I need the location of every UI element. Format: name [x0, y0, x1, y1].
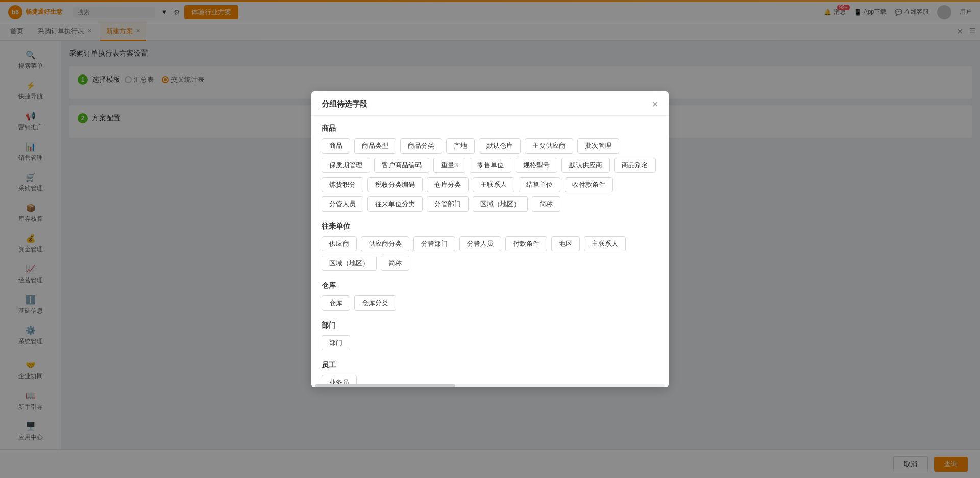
- modal-body: 商品 商品 商品类型 商品分类 产地 默认仓库 主要供应商 批次管理 保质期管理…: [311, 116, 669, 384]
- dept-group-title: 部门: [322, 321, 658, 330]
- field-tag-warehouse-cat[interactable]: 仓库分类: [354, 295, 396, 311]
- modal-overlay: 分组待选字段 ✕ 商品 商品 商品类型 商品分类 产地 默认仓库 主要供应商 批…: [0, 0, 980, 478]
- field-tag-main-contact[interactable]: 主联系人: [473, 177, 514, 192]
- field-tag-goods-alias[interactable]: 商品别名: [614, 158, 656, 173]
- field-tag-abbr-counterpart[interactable]: 简称: [381, 256, 409, 271]
- hscroll-thumb: [315, 384, 455, 387]
- goods-field-tags: 商品 商品类型 商品分类 产地 默认仓库 主要供应商 批次管理 保质期管理 客户…: [322, 138, 658, 212]
- dept-field-tags: 部门: [322, 335, 658, 350]
- field-tag-region[interactable]: 地区: [551, 236, 580, 251]
- field-tag-counterpart-category[interactable]: 往来单位分类: [368, 196, 423, 212]
- field-tag-settlement-unit[interactable]: 结算单位: [519, 177, 560, 192]
- field-tag-mgmt-person[interactable]: 分管人员: [322, 196, 363, 212]
- staff-group-title: 员工: [322, 361, 658, 370]
- field-tag-region-counterpart[interactable]: 区域（地区）: [322, 256, 377, 271]
- field-tag-batch-mgmt[interactable]: 批次管理: [577, 138, 619, 154]
- hscroll-track: [315, 384, 665, 387]
- counterpart-group-title: 往来单位: [322, 222, 658, 231]
- field-tag-supplier[interactable]: 供应商: [322, 236, 357, 251]
- field-tag-dept[interactable]: 部门: [322, 335, 350, 350]
- modal-close-button[interactable]: ✕: [652, 99, 658, 109]
- field-tag-region-goods[interactable]: 区域（地区）: [473, 196, 528, 212]
- field-tag-dept-goods[interactable]: 分管部门: [427, 196, 469, 212]
- modal-title: 分组待选字段: [322, 99, 368, 109]
- field-tag-warehouse-category[interactable]: 仓库分类: [427, 177, 469, 192]
- field-tag-default-warehouse[interactable]: 默认仓库: [479, 138, 521, 154]
- field-tag-warehouse[interactable]: 仓库: [322, 295, 350, 311]
- field-tag-expiry-mgmt[interactable]: 保质期管理: [322, 158, 370, 173]
- field-tag-goods[interactable]: 商品: [322, 138, 350, 154]
- field-tag-origin[interactable]: 产地: [446, 138, 475, 154]
- field-tag-weight3[interactable]: 重量3: [433, 158, 465, 173]
- field-tag-retail-unit[interactable]: 零售单位: [470, 158, 511, 173]
- field-group-dept: 部门 部门: [322, 321, 658, 350]
- field-tag-dept-counterpart[interactable]: 分管部门: [413, 236, 455, 251]
- field-tag-main-contact-counterpart[interactable]: 主联系人: [584, 236, 626, 251]
- field-tag-customer-code[interactable]: 客户商品编码: [374, 158, 429, 173]
- warehouse-field-tags: 仓库 仓库分类: [322, 295, 658, 311]
- field-tag-refine-points[interactable]: 炼货积分: [322, 177, 363, 192]
- staff-field-tags: 业务员: [322, 375, 658, 384]
- field-tag-spec-model[interactable]: 规格型号: [516, 158, 557, 173]
- field-group-staff: 员工 业务员: [322, 361, 658, 384]
- field-tag-goods-category[interactable]: 商品分类: [400, 138, 442, 154]
- field-tag-goods-type[interactable]: 商品类型: [354, 138, 396, 154]
- field-tag-salesperson[interactable]: 业务员: [322, 375, 357, 384]
- field-tag-tax-code[interactable]: 税收分类编码: [368, 177, 423, 192]
- field-tag-mgmt-person-counterpart[interactable]: 分管人员: [459, 236, 501, 251]
- field-tag-payment-condition[interactable]: 付款条件: [505, 236, 547, 251]
- field-tag-supplier-category[interactable]: 供应商分类: [361, 236, 409, 251]
- field-group-counterpart: 往来单位 供应商 供应商分类 分管部门 分管人员 付款条件 地区 主联系人 区域…: [322, 222, 658, 271]
- field-group-goods: 商品 商品 商品类型 商品分类 产地 默认仓库 主要供应商 批次管理 保质期管理…: [322, 124, 658, 212]
- field-tag-abbr-goods[interactable]: 简称: [532, 196, 560, 212]
- modal-horizontal-scrollbar[interactable]: [311, 384, 669, 387]
- goods-group-title: 商品: [322, 124, 658, 133]
- field-group-warehouse: 仓库 仓库 仓库分类: [322, 281, 658, 311]
- warehouse-group-title: 仓库: [322, 281, 658, 290]
- modal-header: 分组待选字段 ✕: [311, 91, 669, 116]
- field-select-modal: 分组待选字段 ✕ 商品 商品 商品类型 商品分类 产地 默认仓库 主要供应商 批…: [311, 91, 669, 387]
- counterpart-field-tags: 供应商 供应商分类 分管部门 分管人员 付款条件 地区 主联系人 区域（地区） …: [322, 236, 658, 271]
- field-tag-main-supplier[interactable]: 主要供应商: [525, 138, 573, 154]
- field-tag-payment-terms[interactable]: 收付款条件: [565, 177, 613, 192]
- field-tag-default-supplier[interactable]: 默认供应商: [561, 158, 610, 173]
